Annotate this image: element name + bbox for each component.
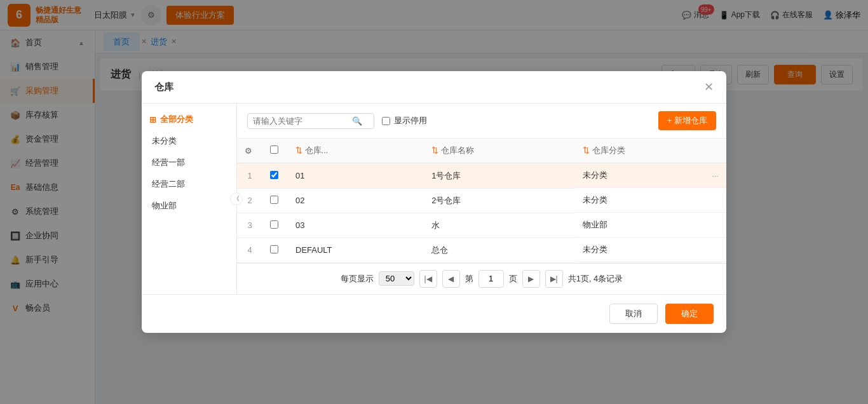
row-checkbox-cell[interactable] xyxy=(262,238,288,262)
grid-icon: ⊞ xyxy=(149,115,156,125)
last-page-button[interactable]: ▶| xyxy=(545,270,563,288)
row-checkbox-cell[interactable] xyxy=(262,213,288,238)
sort-icon-name: ⇅ xyxy=(431,145,438,155)
row-checkbox[interactable] xyxy=(270,220,278,229)
category-item-dept2[interactable]: 经营二部 xyxy=(142,173,236,195)
col-category: ⇅ 仓库分类 xyxy=(575,138,726,163)
row-num: 1 xyxy=(237,163,262,189)
select-all-checkbox[interactable] xyxy=(270,145,278,154)
confirm-button[interactable]: 确定 xyxy=(665,304,714,324)
modal-title: 仓库 xyxy=(154,81,173,93)
search-input[interactable] xyxy=(253,116,348,126)
category-item-property[interactable]: 物业部 xyxy=(142,195,236,217)
sort-icon-cat: ⇅ xyxy=(583,145,590,155)
row-checkbox-cell[interactable] xyxy=(262,163,288,189)
modal-header: 仓库 ✕ xyxy=(142,71,726,104)
row-name: 1号仓库 xyxy=(424,163,575,189)
collapse-sidebar-button[interactable]: 《 xyxy=(230,192,243,205)
warehouse-table: ⚙ ⇅ 仓库... ⇅ 仓库名称 ⇅ 仓库分类 xyxy=(237,138,726,263)
row-code: DEFAULT xyxy=(288,238,424,262)
col-checkbox xyxy=(262,138,288,163)
gear-icon: ⚙ xyxy=(245,146,252,156)
modal-main: 🔍 显示停用 + 新增仓库 ⚙ xyxy=(237,104,726,294)
row-checkbox[interactable] xyxy=(270,245,278,253)
col-code: ⇅ 仓库... xyxy=(288,138,424,163)
row-category: 物业部 xyxy=(575,213,726,238)
col-gear: ⚙ xyxy=(237,138,262,163)
close-button[interactable]: ✕ xyxy=(704,80,714,94)
row-checkbox-cell[interactable] xyxy=(262,188,288,213)
category-item-dept1[interactable]: 经营一部 xyxy=(142,152,236,173)
show-disabled-checkbox[interactable]: 显示停用 xyxy=(382,115,427,126)
search-icon: 🔍 xyxy=(352,116,362,126)
prev-page-button[interactable]: ◀ xyxy=(442,270,460,288)
table-row[interactable]: 4 DEFAULT 总仓 未分类 xyxy=(237,238,726,262)
warehouse-modal: 仓库 ✕ ⊞ 全部分类 《 未分类 经营一部 经营二部 物业部 xyxy=(142,71,726,333)
show-disabled-check[interactable] xyxy=(382,117,390,125)
row-num: 4 xyxy=(237,238,262,262)
row-name: 总仓 xyxy=(424,238,575,262)
search-box[interactable]: 🔍 xyxy=(247,113,374,129)
modal-body: ⊞ 全部分类 《 未分类 经营一部 经营二部 物业部 🔍 xyxy=(142,104,726,294)
category-sidebar: ⊞ 全部分类 《 未分类 经营一部 经营二部 物业部 xyxy=(142,104,237,294)
row-category: 未分类 xyxy=(575,188,726,213)
row-code: 03 xyxy=(288,213,424,238)
first-page-button[interactable]: |◀ xyxy=(419,270,437,288)
pagination-bar: 每页显示 50 100 |◀ ◀ 第 页 ▶ ▶| 共1页, 4条记录 xyxy=(237,263,726,294)
sort-icon: ⇅ xyxy=(295,145,302,155)
cancel-button[interactable]: 取消 xyxy=(609,304,658,324)
more-options-icon[interactable]: ··· xyxy=(712,171,719,180)
per-page-select[interactable]: 50 100 xyxy=(379,271,414,286)
row-code: 02 xyxy=(288,188,424,213)
next-page-button[interactable]: ▶ xyxy=(522,270,540,288)
row-category: 未分类 ··· xyxy=(575,163,726,188)
row-name: 水 xyxy=(424,213,575,238)
row-checkbox[interactable] xyxy=(270,196,278,204)
add-warehouse-button[interactable]: + 新增仓库 xyxy=(658,111,716,130)
modal-actions: 取消 确定 xyxy=(142,294,726,333)
modal-toolbar: 🔍 显示停用 + 新增仓库 xyxy=(237,104,726,138)
row-num: 3 xyxy=(237,213,262,238)
col-name: ⇅ 仓库名称 xyxy=(424,138,575,163)
page-suffix: 页 xyxy=(509,273,517,285)
modal-overlay: 仓库 ✕ ⊞ 全部分类 《 未分类 经营一部 经营二部 物业部 xyxy=(0,0,868,404)
category-all[interactable]: ⊞ 全部分类 xyxy=(142,109,236,130)
page-label: 第 xyxy=(465,273,473,285)
table-row[interactable]: 2 02 2号仓库 未分类 xyxy=(237,188,726,213)
row-checkbox[interactable] xyxy=(270,171,278,179)
total-records: 共1页, 4条记录 xyxy=(568,273,623,285)
row-name: 2号仓库 xyxy=(424,188,575,213)
row-code: 01 xyxy=(288,163,424,189)
table-row[interactable]: 3 03 水 物业部 xyxy=(237,213,726,238)
table-row[interactable]: 1 01 1号仓库 未分类 ··· xyxy=(237,163,726,189)
page-number-input[interactable] xyxy=(478,270,504,288)
category-item-unclassified[interactable]: 未分类 xyxy=(142,130,236,152)
per-page-label: 每页显示 xyxy=(341,273,374,285)
row-category: 未分类 xyxy=(575,238,726,262)
